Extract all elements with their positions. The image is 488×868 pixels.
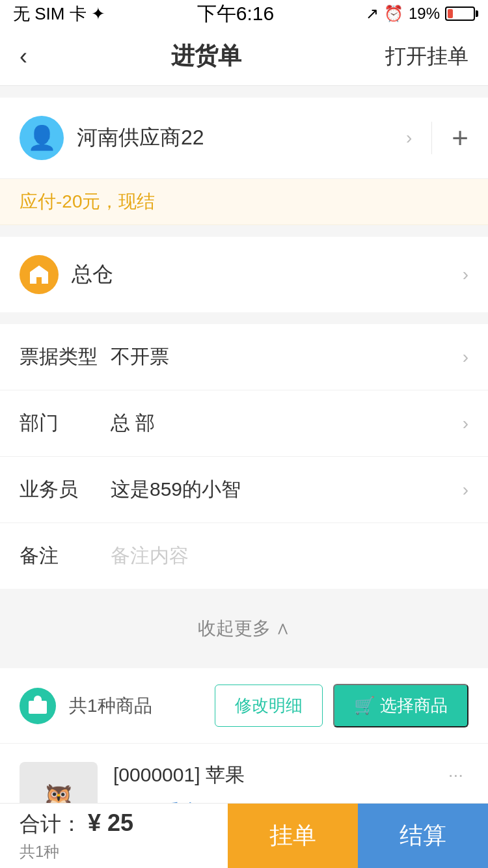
product-header: 共1种商品 修改明细 🛒 选择商品 <box>0 668 488 744</box>
product-code: [0000001] <box>113 764 200 785</box>
department-value: 总 部 <box>111 410 463 437</box>
supplier-chevron-icon: › <box>406 128 412 148</box>
product-name: [0000001] 苹果 <box>113 762 443 789</box>
svg-rect-0 <box>29 701 47 714</box>
cart-icon: 🛒 <box>354 696 375 716</box>
warehouse-name: 总仓 <box>72 260 463 289</box>
salesman-row[interactable]: 业务员 这是859的小智 › <box>0 457 488 523</box>
product-count-label: 共1种商品 <box>69 694 215 718</box>
form-section: 票据类型 不开票 › 部门 总 部 › 业务员 这是859的小智 › 备注 备注… <box>0 324 488 589</box>
location-icon: ↗ <box>366 5 379 23</box>
product-title: 苹果 <box>206 764 245 785</box>
supplier-section: 👤 河南供应商22 › + 应付-20元，现结 <box>0 98 488 225</box>
total-amount: ¥ 25 <box>88 809 133 836</box>
salesman-value: 这是859的小智 <box>111 476 463 503</box>
invoice-value: 不开票 <box>111 344 463 370</box>
invoice-label: 票据类型 <box>20 344 111 370</box>
product-icon <box>20 688 56 724</box>
warehouse-chevron-icon: › <box>463 264 468 285</box>
total-label: 合计： <box>20 812 82 835</box>
status-left: 无 SIM 卡 ✦ <box>13 3 105 25</box>
total-count: 共1种 <box>20 841 208 862</box>
invoice-chevron-icon: › <box>463 347 468 368</box>
hang-button[interactable]: 挂单 <box>228 804 358 869</box>
summary-info: 合计： ¥ 25 共1种 <box>0 809 228 862</box>
remark-input[interactable]: 备注内容 <box>111 543 468 569</box>
department-label: 部门 <box>20 410 111 437</box>
department-chevron-icon: › <box>463 413 468 434</box>
status-time: 下午6:16 <box>197 1 274 27</box>
supplier-name: 河南供应商22 <box>77 124 406 152</box>
battery-percent: 19% <box>409 5 440 23</box>
status-bar: 无 SIM 卡 ✦ 下午6:16 ↗ ⏰ 19% <box>0 0 488 27</box>
checkout-button[interactable]: 结算 <box>358 804 488 869</box>
remark-label: 备注 <box>20 543 111 569</box>
department-row[interactable]: 部门 总 部 › <box>0 390 488 457</box>
nav-bar: ‹ 进货单 打开挂单 <box>0 27 488 86</box>
warehouse-section: 总仓 › <box>0 237 488 312</box>
status-right: ↗ ⏰ 19% <box>366 5 475 23</box>
add-supplier-button[interactable]: + <box>452 122 468 154</box>
bottom-summary: 合计： ¥ 25 共1种 挂单 结算 <box>0 803 488 868</box>
alarm-icon: ⏰ <box>384 5 403 23</box>
supplier-divider <box>431 122 432 154</box>
product-more-button[interactable]: ··· <box>443 762 468 788</box>
salesman-chevron-icon: › <box>463 480 468 500</box>
total-row: 合计： ¥ 25 <box>20 809 208 839</box>
open-hang-button[interactable]: 打开挂单 <box>385 42 468 71</box>
avatar-icon: 👤 <box>27 124 57 152</box>
modify-detail-button[interactable]: 修改明细 <box>215 685 323 727</box>
warehouse-row[interactable]: 总仓 › <box>0 237 488 312</box>
supplier-row[interactable]: 👤 河南供应商22 › + <box>0 98 488 179</box>
supplier-avatar: 👤 <box>20 116 64 160</box>
warehouse-icon <box>20 255 59 294</box>
salesman-label: 业务员 <box>20 476 111 503</box>
select-product-label: 选择商品 <box>380 694 448 717</box>
payment-hint: 应付-20元，现结 <box>0 179 488 225</box>
select-product-button[interactable]: 🛒 选择商品 <box>333 684 468 727</box>
back-button[interactable]: ‹ <box>20 43 27 70</box>
sim-status: 无 SIM 卡 ✦ <box>13 3 105 25</box>
remark-row[interactable]: 备注 备注内容 <box>0 523 488 589</box>
page-title: 进货单 <box>171 40 241 72</box>
collapse-button[interactable]: 收起更多 ∧ <box>0 601 488 657</box>
invoice-row[interactable]: 票据类型 不开票 › <box>0 324 488 390</box>
battery-icon <box>445 7 475 21</box>
